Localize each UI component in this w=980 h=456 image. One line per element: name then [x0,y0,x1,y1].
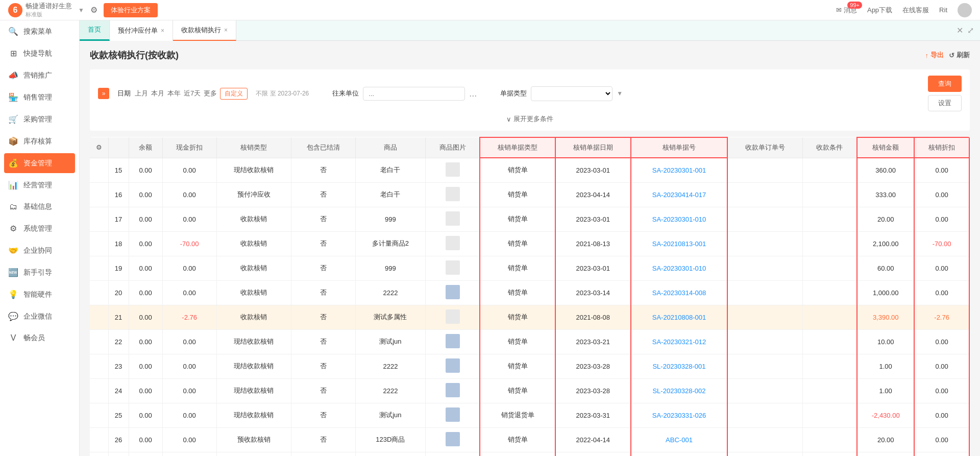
tab-home[interactable]: 首页 [80,20,110,41]
gear-icon[interactable]: ⚙ [90,5,97,15]
cell-seq: 20 [108,280,129,305]
tab-home-label: 首页 [88,25,101,34]
basic-icon: 🗂 [8,202,18,211]
date-opt-7days[interactable]: 近7天 [184,89,201,98]
query-btn[interactable]: 查询 [928,76,962,92]
cell-doc-type: 销货单 [480,182,555,207]
sidebar-item-corp[interactable]: 🤝 企业协同 [0,239,79,261]
cell-doc-date: 2021-08-13 [555,231,631,256]
cell-doc-no[interactable]: SA-20230331-026 [631,403,728,427]
table-container: ⚙ 余额 现金折扣 核销类型 包含已结清 商品 商品图片 核销单据类型 核销单据… [90,137,970,456]
cell-doc-date: 2023-03-01 [555,158,631,182]
sidebar: 🔍 搜索菜单 ⊞ 快捷导航 📣 营销推广 🏪 销售管理 🛒 采购管理 📦 库存核… [0,20,80,456]
cell-doc-type: 销货退货单 [480,403,555,427]
sidebar-label-member: 畅会员 [23,333,45,343]
tab-prepay[interactable]: 预付冲应付单 × [110,20,173,41]
page-title-bar: 收款核销执行(按收款) ↑ 导出 ↺ 刷新 [90,49,970,61]
export-btn[interactable]: ↑ 导出 [925,51,944,60]
expand-chevron: ∨ [506,115,511,123]
cell-amount: 20.00 [857,427,914,452]
message-btn[interactable]: ✉ 消息 99+ [836,6,857,15]
online-service-btn[interactable]: 在线客服 [902,6,929,15]
date-opt-more[interactable]: 更多 [204,89,217,98]
sidebar-item-basic[interactable]: 🗂 基础信息 [0,196,79,218]
col-cash-discount-head: 现金折扣 [162,137,216,158]
cell-discount: -70.00 [914,231,969,256]
cell-receipt-cond [802,182,857,207]
partner-input[interactable] [363,87,465,101]
company-dropdown-arrow[interactable]: ▼ [78,7,84,14]
cell-discount: 0.00 [914,158,969,182]
filter-actions: 查询 设置 [928,76,962,111]
date-opt-last-month[interactable]: 上月 [135,89,148,98]
tab-receipt-close[interactable]: × [224,27,228,34]
expand-arrow: » [102,90,106,97]
tab-prepay-close[interactable]: × [161,27,164,34]
cell-receipt-order-no [727,280,802,305]
cell-doc-no[interactable]: SA-20230301-001 [631,158,728,182]
tab-maximize-btn[interactable]: ⤢ [967,26,974,35]
cell-settings [90,354,108,378]
refresh-btn[interactable]: ↺ 刷新 [949,51,970,60]
sidebar-item-search[interactable]: 🔍 搜索菜单 [0,20,79,42]
settings-btn[interactable]: 设置 [928,95,962,111]
sidebar-item-system[interactable]: ⚙ 系统管理 [0,218,79,239]
cell-doc-no[interactable]: SA-20230301-010 [631,256,728,280]
date-opt-this-month[interactable]: 本月 [151,89,164,98]
sidebar-item-finance[interactable]: 💰 资金管理 [4,153,75,173]
date-opt-this-year[interactable]: 本年 [167,89,181,98]
cell-settings [90,231,108,256]
sidebar-item-marketing[interactable]: 📣 营销推广 [0,64,79,86]
cell-settings [90,207,108,231]
table-row: 23 0.00 0.00 现结收款核销 否 2222 销货单 2023-03-2… [90,354,969,378]
cell-doc-no[interactable]: SA-20230321-012 [631,329,728,354]
cell-receipt-order-no [727,378,802,403]
doc-type-select[interactable] [531,86,612,101]
cell-doc-no[interactable]: SA-20230414-017 [631,182,728,207]
avatar[interactable] [958,3,972,17]
user-name[interactable]: Rit [939,6,947,14]
sidebar-item-member[interactable]: V 畅会员 [0,327,79,349]
date-opt-custom[interactable]: 自定义 [220,88,248,100]
sidebar-item-purchase[interactable]: 🛒 采购管理 [0,108,79,130]
sidebar-item-inventory[interactable]: 📦 库存核算 [0,130,79,152]
cell-verify-type: 预付冲应收 [216,182,291,207]
cell-amount: 3,390.00 [857,305,914,329]
cell-discount: 0.00 [914,329,969,354]
cell-doc-no[interactable]: SL-20230408-001 [631,452,728,456]
cell-doc-no[interactable]: SA-20210813-001 [631,231,728,256]
col-settings-head[interactable]: ⚙ [90,137,108,158]
cell-receipt-cond [802,354,857,378]
cell-cash-discount: 0.00 [162,452,216,456]
expand-conditions[interactable]: ∨ 展开更多条件 [98,111,962,125]
cell-doc-type: 销货单 [480,378,555,403]
sidebar-item-guide[interactable]: 🆕 新手引导 [0,261,79,283]
sidebar-item-sales[interactable]: 🏪 销售管理 [0,86,79,108]
cell-doc-no[interactable]: SA-20230314-008 [631,280,728,305]
cell-doc-no[interactable]: ABC-001 [631,427,728,452]
main-layout: 🔍 搜索菜单 ⊞ 快捷导航 📣 营销推广 🏪 销售管理 🛒 采购管理 📦 库存核… [0,20,980,456]
cell-doc-no[interactable]: SL-20230328-001 [631,354,728,378]
cell-goods-img [426,256,480,280]
cell-doc-no[interactable]: SA-20210808-001 [631,305,728,329]
goods-img [446,187,460,201]
cell-doc-no[interactable]: SA-20230301-010 [631,207,728,231]
table-row: 16 0.00 0.00 预付冲应收 否 老白干 销货单 2023-04-14 … [90,182,969,207]
filter-expand-icon[interactable]: » [98,88,109,99]
sidebar-label-hardware: 智能硬件 [23,290,52,299]
cell-receipt-cond [802,207,857,231]
cell-doc-date: 2023-03-01 [555,207,631,231]
tab-close-all-btn[interactable]: ✕ [957,26,963,35]
cell-discount: 0.00 [914,452,969,456]
sidebar-item-quick-nav[interactable]: ⊞ 快捷导航 [0,42,79,64]
tab-receipt[interactable]: 收款核销执行 × [173,20,236,41]
cell-discount: 0.00 [914,207,969,231]
app-download-btn[interactable]: App下载 [867,6,892,15]
sidebar-item-hardware[interactable]: 💡 智能硬件 [0,283,79,305]
cell-settings [90,158,108,182]
industry-btn[interactable]: 体验行业方案 [104,3,158,17]
sidebar-item-manage[interactable]: 📊 经营管理 [0,174,79,196]
sidebar-item-wechat[interactable]: 💬 企业微信 [0,305,79,327]
cell-doc-no[interactable]: SL-20230328-002 [631,378,728,403]
cell-doc-date: 2023-03-21 [555,329,631,354]
